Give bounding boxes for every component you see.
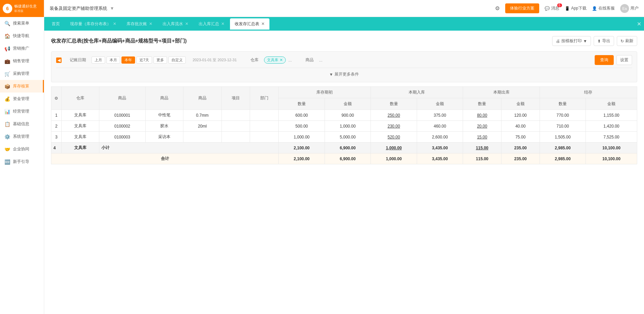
user-label: 用户 bbox=[630, 5, 639, 11]
total-open-amt: 6,900.00 bbox=[325, 153, 370, 164]
page-actions: 🖨 按模板打印 ▼ ⬆ 导出 ↻ 刷新 bbox=[552, 36, 637, 46]
tab-receive-summary[interactable]: 收发存汇总表✕ bbox=[230, 18, 269, 30]
total-out-qty: 115.00 bbox=[463, 153, 501, 164]
row-open-amt: 1,000.00 bbox=[325, 121, 370, 132]
finance-icon: 💰 bbox=[4, 96, 10, 102]
tab-batch[interactable]: 库存批次账✕ bbox=[122, 18, 157, 30]
warehouse-tag-close[interactable]: ✕ bbox=[280, 58, 283, 62]
row-open-amt: 5,000.00 bbox=[325, 132, 370, 143]
sidebar-item-marketing[interactable]: 📢营销推广 bbox=[0, 42, 44, 55]
row-out-qty[interactable]: 15.00 bbox=[463, 132, 501, 143]
subtotal-out-qty: 115.00 bbox=[463, 143, 501, 153]
col-out-header: 本期出库 bbox=[463, 87, 540, 98]
dropdown-arrow-icon[interactable]: ▼ bbox=[110, 6, 114, 11]
row-close-amt: 1,155.00 bbox=[586, 110, 637, 121]
tab-close-inventory-dist[interactable]: ✕ bbox=[113, 21, 116, 26]
goods-more[interactable]: ... bbox=[319, 58, 323, 63]
col-opening-qty-header: 数量 bbox=[279, 98, 325, 110]
system-icon: ⚙️ bbox=[4, 134, 10, 139]
online-service-item[interactable]: 👤 在线客服 bbox=[592, 5, 615, 11]
tab-inventory-dist[interactable]: 现存量（库存分布表）✕ bbox=[65, 18, 121, 30]
header-right: 💬 消息 6 📱 App下载 👤 在线客服 Ea 用户 bbox=[545, 4, 639, 13]
date-btn-本年[interactable]: 本年 bbox=[121, 56, 135, 64]
tab-close-all-button[interactable]: ✕ bbox=[637, 21, 641, 27]
app-download-label: App下载 bbox=[571, 5, 587, 11]
subtotal-open-amt: 6,900.00 bbox=[325, 143, 370, 153]
sidebar-item-business[interactable]: 📊经营管理 bbox=[0, 105, 44, 118]
page-inner: 收发存汇总表(按仓库+商品编码+商品+规格型号+项目+部门) 🖨 按模板打印 ▼… bbox=[44, 31, 644, 170]
tab-bar: 首页现存量（库存分布表）✕库存批次账✕出入库流水✕出入库汇总✕收发存汇总表✕✕ bbox=[44, 17, 644, 31]
row-in-qty[interactable]: 520.00 bbox=[371, 132, 417, 143]
table-subtotal-row: 4 文具库 小计 2,100.00 6,900.00 1,000.00 3,43… bbox=[51, 143, 637, 153]
sidebar-item-label-business: 经营管理 bbox=[13, 109, 29, 114]
col-closing-qty-header: 数量 bbox=[540, 98, 585, 110]
subtotal-out-amt: 235.00 bbox=[501, 143, 540, 153]
trial-button[interactable]: 体验行业方案 bbox=[505, 3, 539, 13]
warehouse-more[interactable]: ... bbox=[288, 58, 292, 63]
sidebar-item-system[interactable]: ⚙️系统管理 bbox=[0, 130, 44, 143]
online-service-label: 在线客服 bbox=[598, 5, 615, 11]
tab-close-inout-flow[interactable]: ✕ bbox=[185, 21, 188, 26]
col-settings[interactable]: ⚙ bbox=[51, 87, 62, 110]
row-in-qty[interactable]: 230.00 bbox=[371, 121, 417, 132]
tab-close-receive-summary[interactable]: ✕ bbox=[261, 21, 265, 26]
date-btn-上月[interactable]: 上月 bbox=[92, 56, 105, 64]
tab-inout-flow[interactable]: 出入库流水✕ bbox=[158, 18, 193, 30]
col-dept-header: 部门 bbox=[250, 87, 279, 110]
tab-inout-summary[interactable]: 出入库汇总✕ bbox=[194, 18, 229, 30]
subtotal-warehouse: 文具库 bbox=[62, 143, 99, 153]
row-warehouse: 文具库 bbox=[62, 121, 99, 132]
settings-gear-icon[interactable]: ⚙ bbox=[495, 5, 500, 12]
row-no: 3 bbox=[51, 132, 62, 143]
row-out-qty[interactable]: 80.00 bbox=[463, 110, 501, 121]
export-button[interactable]: ⬆ 导出 bbox=[594, 36, 614, 46]
row-out-qty[interactable]: 20.00 bbox=[463, 121, 501, 132]
date-btn-自定义[interactable]: 自定义 bbox=[168, 56, 186, 64]
tab-close-inout-summary[interactable]: ✕ bbox=[221, 21, 225, 26]
sidebar-item-finance[interactable]: 💰资金管理 bbox=[0, 93, 44, 105]
refresh-button[interactable]: ↻ 刷新 bbox=[617, 36, 637, 46]
col-project-header: 项目 bbox=[221, 87, 250, 110]
messages-item[interactable]: 💬 消息 6 bbox=[545, 5, 559, 11]
sidebar-item-guide[interactable]: 🆕新手引导 bbox=[0, 155, 44, 168]
tab-close-batch[interactable]: ✕ bbox=[149, 21, 152, 26]
expand-button[interactable]: ▼ 展开更多条件 bbox=[327, 70, 362, 79]
row-project bbox=[221, 132, 250, 143]
row-out-amt: 120.00 bbox=[501, 110, 540, 121]
row-warehouse: 文具库 bbox=[62, 110, 99, 121]
sidebar-item-search[interactable]: 🔍搜索菜单 bbox=[0, 17, 44, 30]
col-closing-amt-header: 金额 bbox=[586, 98, 637, 110]
collapse-icon[interactable]: ◀ bbox=[56, 57, 62, 63]
row-open-amt: 900.00 bbox=[325, 110, 370, 121]
print-button[interactable]: 🖨 按模板打印 ▼ bbox=[552, 36, 591, 46]
row-dept bbox=[250, 121, 279, 132]
col-goods-name-header: 商品 bbox=[145, 87, 183, 110]
date-range-text: 2023-01-01 至 2023-12-31 bbox=[193, 57, 237, 63]
date-btn-更多[interactable]: 更多 bbox=[153, 56, 167, 64]
row-goods-spec: 0.7mm bbox=[183, 110, 221, 121]
subtotal-no: 4 bbox=[51, 143, 62, 153]
sidebar-item-collab[interactable]: 🤝企业协同 bbox=[0, 143, 44, 155]
messages-badge: 6 bbox=[557, 3, 562, 7]
filter-settings-button[interactable]: 设置 bbox=[616, 55, 632, 65]
sidebar-item-purchase[interactable]: 🛒采购管理 bbox=[0, 67, 44, 80]
row-open-qty: 500.00 bbox=[279, 121, 325, 132]
query-button[interactable]: 查询 bbox=[595, 55, 614, 65]
date-btn-本月[interactable]: 本月 bbox=[106, 56, 120, 64]
app-download-item[interactable]: 📱 App下载 bbox=[565, 5, 587, 11]
user-item[interactable]: Ea 用户 bbox=[620, 4, 639, 13]
sidebar-item-sales[interactable]: 💼销售管理 bbox=[0, 55, 44, 67]
row-dept bbox=[250, 110, 279, 121]
date-btn-近7天[interactable]: 近7天 bbox=[136, 56, 152, 64]
tab-home[interactable]: 首页 bbox=[47, 18, 65, 30]
message-icon: 💬 bbox=[545, 6, 550, 11]
row-in-qty[interactable]: 250.00 bbox=[371, 110, 417, 121]
sidebar-item-label-search: 搜索菜单 bbox=[13, 20, 29, 26]
sidebar-item-quick-nav[interactable]: 🏠快捷导航 bbox=[0, 30, 44, 42]
table-total-row: 合计 2,100.00 6,900.00 1,000.00 3,435.00 1… bbox=[51, 153, 637, 164]
sidebar-item-basic[interactable]: 📋基础信息 bbox=[0, 118, 44, 130]
sidebar-item-inventory[interactable]: 📦库存核算 bbox=[0, 80, 44, 93]
table-row: 2 文具库 0100002 胶水 20ml 500.00 1,000.00 23… bbox=[51, 121, 637, 132]
goods-filter: ... bbox=[319, 58, 323, 63]
col-goods-code-header: 商品 bbox=[99, 87, 145, 110]
